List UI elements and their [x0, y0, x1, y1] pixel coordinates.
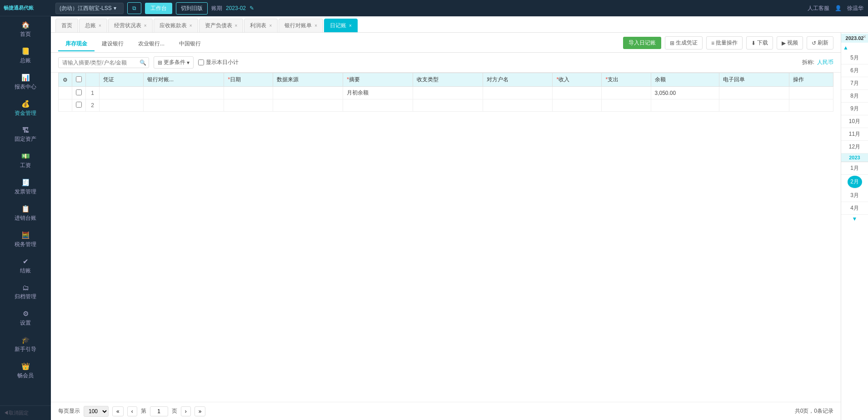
- old-version-button[interactable]: 切到旧版: [176, 2, 208, 15]
- tab-close-icon[interactable]: ×: [349, 23, 352, 28]
- row-select-checkbox[interactable]: [76, 89, 82, 95]
- sidebar-item-label: 归档管理: [15, 293, 36, 301]
- calendar-month-1月[interactable]: 1月: [841, 162, 868, 175]
- tab-close-icon[interactable]: ×: [314, 23, 317, 28]
- subtab-农业银行...[interactable]: 农业银行...: [131, 37, 172, 51]
- tab-经营状况表[interactable]: 经营状况表×: [108, 19, 153, 32]
- company-selector[interactable]: (勿动）江西朝宝-LSS ▾: [55, 3, 124, 14]
- next-page-button[interactable]: ›: [181, 406, 191, 416]
- sidebar-item-进销台账[interactable]: 📋进销台账: [0, 200, 51, 227]
- sidebar-item-资金管理[interactable]: 💰资金管理: [0, 95, 51, 122]
- generate-voucher-button[interactable]: ⊞ 生成凭证: [665, 36, 703, 49]
- calendar-month-4月[interactable]: 4月: [841, 202, 868, 215]
- tab-close-icon[interactable]: ×: [99, 23, 101, 28]
- check-column-header[interactable]: [72, 73, 86, 87]
- sidebar-item-label: 资金管理: [15, 109, 36, 117]
- prev-page-button[interactable]: ‹: [127, 406, 137, 416]
- import-journal-button[interactable]: 导入日记账: [623, 37, 661, 49]
- sidebar-icon: 👑: [21, 362, 30, 371]
- subtab-库存现金[interactable]: 库存现金: [58, 37, 95, 51]
- tab-日记账[interactable]: 日记账×: [324, 19, 358, 32]
- avatar-icon: 👤: [835, 5, 842, 11]
- sidebar-item-固定资产[interactable]: 🏗固定资产: [0, 122, 51, 148]
- calendar-month-9月[interactable]: 9月: [841, 103, 868, 115]
- sidebar-item-label: 设置: [20, 319, 31, 327]
- username[interactable]: 徐温华: [847, 5, 863, 12]
- calendar-month-12月[interactable]: 12月: [841, 141, 868, 153]
- calendar-nav-up: ▲: [841, 44, 868, 52]
- settings-column-header[interactable]: ⚙: [59, 73, 72, 87]
- tab-资产负债表[interactable]: 资产负债表×: [199, 19, 244, 32]
- calendar-months-before: 5月6月7月8月9月10月11月12月: [841, 52, 868, 153]
- page-label-post: 页: [172, 407, 177, 415]
- calendar-month-11月[interactable]: 11月: [841, 128, 868, 141]
- copy-button[interactable]: ⧉: [127, 2, 141, 14]
- expense-column-header: *支出: [602, 73, 651, 87]
- row-source: [273, 87, 343, 99]
- operate-column-header: 操作: [789, 73, 833, 87]
- show-daily-subtotal-checkbox[interactable]: 显示本日小计: [198, 59, 239, 66]
- video-button[interactable]: ▶ 视频: [777, 36, 803, 49]
- calendar-up-button[interactable]: ▲: [843, 44, 848, 51]
- calendar-close-button[interactable]: ×: [863, 34, 866, 40]
- sidebar-item-新手引导[interactable]: 🎓新手引导: [0, 331, 51, 358]
- unpin-label: ◀取消固定: [4, 410, 29, 416]
- row-balance: 3,050.00: [651, 87, 719, 99]
- calendar-down-button[interactable]: ▼: [852, 216, 858, 222]
- tab-总账[interactable]: 总账×: [79, 19, 107, 32]
- sidebar-item-发票管理[interactable]: 🧾发票管理: [0, 174, 51, 200]
- refresh-icon: ↺: [812, 40, 816, 46]
- customer-service[interactable]: 人工客服: [808, 5, 829, 12]
- balance-column-header: 余额: [651, 73, 719, 87]
- row-select-checkbox[interactable]: [76, 102, 82, 108]
- tab-close-icon[interactable]: ×: [269, 23, 272, 28]
- row-voucher: [100, 87, 144, 99]
- first-page-button[interactable]: «: [112, 406, 124, 416]
- calendar-month-7月[interactable]: 7月: [841, 77, 868, 90]
- tab-close-icon[interactable]: ×: [190, 23, 192, 28]
- sidebar-item-归档管理[interactable]: 🗂归档管理: [0, 279, 51, 305]
- calendar-month-3月[interactable]: 3月: [841, 189, 868, 202]
- period-value[interactable]: 2023-02: [226, 5, 246, 11]
- tab-close-icon[interactable]: ×: [235, 23, 238, 28]
- row-checkbox[interactable]: [72, 99, 86, 112]
- tab-银行对账单[interactable]: 银行对账单×: [279, 19, 323, 32]
- tab-利润表[interactable]: 利润表×: [244, 19, 278, 32]
- calendar-month-6月[interactable]: 6月: [841, 64, 868, 77]
- calendar-month-8月[interactable]: 8月: [841, 90, 868, 103]
- tab-close-icon[interactable]: ×: [144, 23, 147, 28]
- row-checkbox[interactable]: [72, 87, 86, 99]
- sidebar-unpin[interactable]: ◀取消固定: [0, 405, 51, 420]
- calendar-month-2月[interactable]: 2月: [848, 176, 862, 188]
- subtotal-checkbox[interactable]: [198, 59, 204, 65]
- calendar-month-5月[interactable]: 5月: [841, 52, 868, 64]
- per-page-select[interactable]: 100 50 200: [84, 406, 109, 417]
- subtab-建设银行[interactable]: 建设银行: [95, 37, 131, 51]
- sidebar-item-报表中心[interactable]: 📊报表中心: [0, 69, 51, 95]
- search-input[interactable]: [58, 57, 149, 68]
- more-conditions-button[interactable]: ⊞ 更多条件 ▾: [154, 56, 194, 69]
- workspace-button[interactable]: 工作台: [145, 3, 172, 14]
- income-column-header: *收入: [553, 73, 602, 87]
- last-page-button[interactable]: »: [195, 406, 206, 416]
- currency-value[interactable]: 人民币: [817, 59, 833, 66]
- download-button[interactable]: ⬇ 下载: [746, 36, 773, 49]
- sidebar-item-工资[interactable]: 💵工资: [0, 148, 51, 174]
- sidebar-item-畅会员[interactable]: 👑畅会员: [0, 358, 51, 384]
- refresh-button[interactable]: ↺ 刷新: [807, 36, 833, 49]
- tab-首页[interactable]: 首页: [55, 19, 78, 32]
- sidebar-item-首页[interactable]: 🏠首页: [0, 16, 51, 43]
- subtab-中国银行[interactable]: 中国银行: [172, 37, 208, 51]
- sidebar-item-结账[interactable]: ✔结账: [0, 253, 51, 279]
- page-number-input[interactable]: [150, 406, 168, 416]
- select-all-checkbox[interactable]: [76, 76, 82, 82]
- sidebar-item-设置[interactable]: ⚙设置: [0, 305, 51, 331]
- period-edit-icon[interactable]: ✎: [249, 5, 254, 11]
- tab-应收账款表[interactable]: 应收账款表×: [154, 19, 198, 32]
- calendar-month-10月[interactable]: 10月: [841, 115, 868, 128]
- search-icon[interactable]: 🔍: [140, 59, 146, 66]
- batch-operate-button[interactable]: ≡ 批量操作: [706, 36, 743, 49]
- sidebar-item-总账[interactable]: 📒总账: [0, 43, 51, 69]
- row-expense: [602, 99, 651, 112]
- sidebar-item-税务管理[interactable]: 🧮税务管理: [0, 227, 51, 253]
